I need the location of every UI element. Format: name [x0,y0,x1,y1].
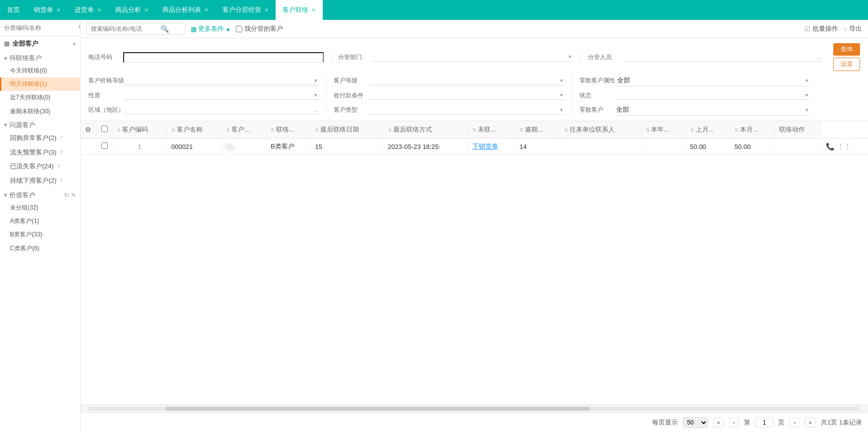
filter-phone: 电话号码 [88,52,324,63]
sidebar-item-churn-warning[interactable]: 流失预警客户(3) ? [0,145,80,160]
sidebar-item-7days[interactable]: 近7天待联络(0) [0,91,80,104]
payment-select[interactable]: ▾ [368,91,565,100]
close-tab-icon[interactable]: ✕ [311,7,316,13]
region-select[interactable]: ... [124,106,319,114]
row-code: 000021 [167,139,221,155]
sidebar-item-ungrouped[interactable]: 未分组(32) [0,201,80,215]
close-tab-icon[interactable]: ✕ [204,7,209,13]
chevron-down-icon: ▾ [569,54,572,60]
sidebar-search-box[interactable]: 🔍 [0,20,80,36]
sidebar-group-pending[interactable]: ▾ 待联络客户 [0,51,80,64]
status-label: 状态 [579,91,614,100]
help-icon: ? [57,163,60,169]
search-box[interactable]: 🔍 [86,23,186,35]
nav-tab-analysis-list[interactable]: 商品分析列表 ✕ [155,0,216,20]
col-uncontacted-sort-icon: ⇅ [472,127,476,133]
nav-tab-customer-contact[interactable]: 客户联络 ✕ [276,0,323,20]
contact-method-link[interactable]: 下销货单 [472,143,498,150]
dept-select[interactable]: ▾ [373,53,574,62]
sidebar-item-c-class[interactable]: C类客户(6) [0,242,80,255]
more-action-icon[interactable]: ⋮⋮ [837,143,851,150]
nav-tab-customer-tier[interactable]: 客户分层经营 ✕ [216,0,276,20]
scrollbar-thumb[interactable] [165,407,590,411]
col-uncontacted: ⇅ 未联... [468,121,515,139]
status-select[interactable]: ▾ [614,91,810,100]
edit-icon[interactable]: ✎ [71,192,76,199]
phone-action-icon[interactable]: 📞 [826,143,834,150]
row-gear [80,139,96,155]
my-customer-checkbox-group[interactable]: 我分管的客户 [236,24,283,33]
search-input[interactable] [91,25,160,32]
help-icon: ? [60,149,63,155]
phone-input[interactable] [123,52,324,63]
gender-select[interactable]: ▾ [123,91,319,100]
my-customer-checkbox[interactable] [236,26,242,32]
retail-attr-label: 零散客户属性 [579,76,615,85]
sidebar-group-problem[interactable]: ▾ 问题客户 [0,118,80,131]
close-tab-icon[interactable]: ✕ [97,7,101,13]
sidebar-all-customers[interactable]: ⊞ 全部客户 « [0,36,80,51]
filter-row-3: 性质 ▾ 收付款条件 ▾ 状态 [88,90,860,100]
col-this-year: ⇅ 本年... [642,121,686,139]
row-name: Ea [222,139,267,155]
sidebar-item-a-class[interactable]: A类客户(1) [0,215,80,228]
nav-prev-button[interactable]: ‹ [729,418,739,428]
toolbar-right: ☑ 批量操作 ↑ 导出 [804,24,863,33]
batch-operation-button[interactable]: ☑ 批量操作 [804,24,838,33]
filter-dept: 分管部门 ▾ [338,53,574,62]
nav-tab-sales[interactable]: 销货单 ✕ [27,0,68,20]
gear-icon[interactable]: ⚙ [85,126,91,134]
export-icon: ↑ [844,25,848,33]
ellipsis-icon: ... [313,107,317,113]
manager-select[interactable]: ... [623,53,823,62]
close-tab-icon[interactable]: ✕ [144,7,148,13]
customer-level-select[interactable]: ▾ [368,76,565,85]
page-input[interactable] [755,418,773,428]
nav-tab-purchase[interactable]: 进货单 ✕ [68,0,108,20]
sidebar-item-today[interactable]: 今天待联络(0) [0,64,80,77]
search-icon[interactable]: 🔍 [160,25,169,33]
divider [326,90,327,100]
sidebar-item-declining[interactable]: 持续下滑客户(2) ? [0,174,80,188]
content-area: 🔍 ▦ 更多条件 ▲ 我分管的客户 ☑ 批量操作 ↑ 导出 [80,20,868,432]
chevron-down-icon: ▾ [560,77,563,84]
col-method-sort-icon: ⇅ [388,127,392,133]
sidebar-item-b-class[interactable]: B类客户(33) [0,228,80,241]
sidebar-item-overdue[interactable]: 逾期未联络(30) [0,105,80,118]
export-button[interactable]: ↑ 导出 [844,24,863,33]
retail-label: 零散客户 [579,106,614,114]
nav-last-button[interactable]: » [804,418,816,428]
arrow-down-icon: ▾ [4,191,7,199]
settings-button[interactable]: 设置 [833,58,860,71]
price-level-select[interactable]: ▾ [124,76,319,85]
nav-next-button[interactable]: › [790,418,799,428]
nav-home[interactable]: 首页 [0,0,27,20]
select-all-checkbox[interactable] [101,126,108,132]
sidebar-item-churned[interactable]: 已流失客户(24) ? [0,159,80,174]
horizontal-scrollbar[interactable] [80,404,868,413]
per-page-select[interactable]: 50 100 200 [683,417,708,428]
retail-select[interactable]: 全部 ▾ [614,104,810,116]
chevron-down-icon: ▾ [314,92,317,98]
customer-type-select[interactable]: ▾ [368,106,565,115]
query-button[interactable]: 查询 [833,43,860,56]
filter-icon: ▦ [191,25,197,33]
sidebar-search-input[interactable] [4,24,78,31]
chevron-down-icon: ▾ [314,77,317,84]
close-tab-icon[interactable]: ✕ [264,7,269,13]
col-contact-sort-icon: ⇅ [271,127,275,133]
more-filter-button[interactable]: ▦ 更多条件 ▲ [191,24,231,33]
divider [326,76,327,86]
row-checkbox[interactable] [101,143,108,149]
refresh-icon[interactable]: ↻ [64,192,69,199]
retail-attr-select[interactable]: 全部 ▾ [615,75,810,86]
sidebar-item-abnormal[interactable]: 回购异常客户(2) ? [0,131,80,145]
sidebar-group-value[interactable]: ▾ 价值客户 ↻ ✎ [0,188,80,201]
close-tab-icon[interactable]: ✕ [56,7,61,13]
filter-row-4: 区域（地区） ... 客户类型 ▾ 零散客户 [88,104,860,116]
nav-tab-analysis[interactable]: 商品分析 ✕ [108,0,155,20]
nav-first-button[interactable]: « [713,418,724,428]
sidebar: 🔍 ⊞ 全部客户 « ▾ 待联络客户 今天待联络(0) 明天待联络(1) 近7天… [0,20,80,432]
col-lmonth-sort-icon: ⇅ [690,127,694,133]
sidebar-item-tomorrow[interactable]: 明天待联络(1) [0,77,80,91]
